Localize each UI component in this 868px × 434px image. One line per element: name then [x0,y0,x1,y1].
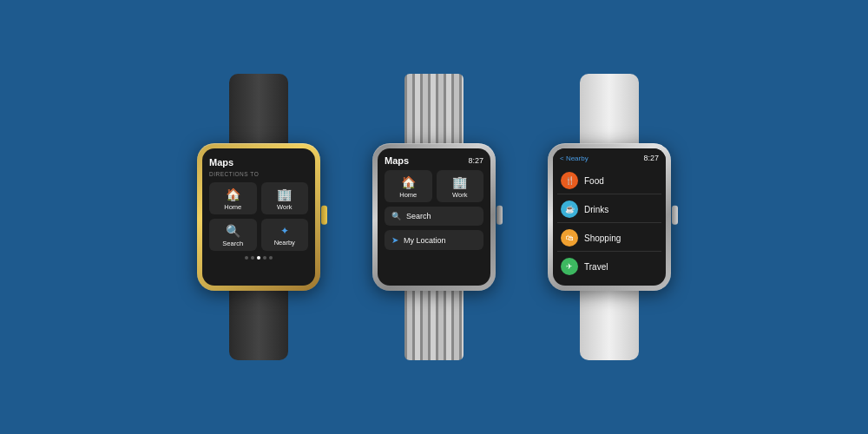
food-label: Food [584,176,604,186]
watch-screen-1: Maps DIRECTIONS TO 🏠 Home 🏢 Work 🔍 Searc… [202,148,315,286]
home-label: Home [224,203,241,211]
screen2-header: Maps 8:27 [385,155,483,166]
drinks-icon: ☕ [565,205,575,214]
drinks-label: Drinks [584,205,608,214]
nearby-travel[interactable]: ✈ Travel [557,253,661,279]
crown-2 [496,206,503,225]
home-icon: 🏠 [226,187,240,201]
watch-screen-2: Maps 8:27 🏠 Home 🏢 Work 🔍 Search [378,148,490,286]
grid-item-work[interactable]: 🏢 Work [261,182,309,214]
work-label: Work [277,203,292,211]
band-top-2 [404,74,464,143]
band-top-3 [580,74,639,143]
mini-home[interactable]: 🏠 Home [385,170,432,202]
location-row-label: My Location [404,236,446,245]
search-icon-2: 🔍 [391,212,401,220]
band-bottom-3 [580,291,639,360]
crown-1 [321,206,327,225]
location-icon: ➤ [391,235,398,245]
shopping-icon: 🛍 [566,233,574,242]
dot-1 [245,256,248,260]
app-grid-1: 🏠 Home 🏢 Work 🔍 Search ✦ Nearby [209,182,308,251]
nearby-label: Nearby [274,239,295,247]
watch-1: Maps DIRECTIONS TO 🏠 Home 🏢 Work 🔍 Searc… [197,74,320,360]
search-row-label: Search [406,212,431,220]
dot-4 [263,256,266,260]
work-icon: 🏢 [277,187,292,201]
travel-icon: ✈ [566,262,573,271]
watch-body-3: < Nearby 8:27 🍴 Food ☕ Drinks [548,143,671,291]
screen-content-1: Maps DIRECTIONS TO 🏠 Home 🏢 Work 🔍 Searc… [202,148,315,265]
directions-subtitle: DIRECTIONS TO [209,171,308,177]
mini-work[interactable]: 🏢 Work [437,170,484,202]
screen-content-3: < Nearby 8:27 🍴 Food ☕ Drinks [553,148,666,281]
watch-body-2: Maps 8:27 🏠 Home 🏢 Work 🔍 Search [372,143,496,291]
nearby-shopping[interactable]: 🛍 Shopping [557,225,661,252]
grid-item-home[interactable]: 🏠 Home [209,182,257,214]
maps-title-2: Maps [385,155,409,166]
home-label-2: Home [399,191,417,199]
watch-screen-3: < Nearby 8:27 🍴 Food ☕ Drinks [553,148,666,286]
work-label-2: Work [452,191,467,199]
grid-item-search[interactable]: 🔍 Search [209,219,257,251]
nearby-icon: ✦ [280,225,289,237]
travel-icon-circle: ✈ [561,258,578,275]
search-label: Search [222,240,243,247]
shopping-icon-circle: 🛍 [561,229,578,247]
food-icon: 🍴 [565,176,575,185]
home-icon-2: 🏠 [401,175,416,189]
maps-title-1: Maps [209,157,308,168]
time-3: 8:27 [643,154,659,162]
search-icon-1: 🔍 [226,224,240,238]
dot-3 [257,256,260,260]
drinks-icon-circle: ☕ [561,201,578,218]
watch-2: Maps 8:27 🏠 Home 🏢 Work 🔍 Search [372,74,496,360]
search-row[interactable]: 🔍 Search [385,207,483,226]
food-icon-circle: 🍴 [561,172,578,189]
watch-3: < Nearby 8:27 🍴 Food ☕ Drinks [548,74,671,360]
crown-3 [672,206,678,225]
work-icon-2: 🏢 [452,175,467,189]
mini-grid-2: 🏠 Home 🏢 Work [385,170,483,202]
nearby-food[interactable]: 🍴 Food [557,168,661,194]
dot-5 [269,256,273,260]
travel-label: Travel [584,262,608,272]
screen-content-2: Maps 8:27 🏠 Home 🏢 Work 🔍 Search [378,148,490,255]
grid-item-nearby[interactable]: ✦ Nearby [261,219,309,251]
dot-2 [251,256,254,260]
shopping-label: Shopping [584,233,621,243]
nearby-list: 🍴 Food ☕ Drinks 🛍 Shoppin [553,166,666,281]
watch-body-1: Maps DIRECTIONS TO 🏠 Home 🏢 Work 🔍 Searc… [197,143,320,291]
back-button[interactable]: < Nearby [560,155,589,162]
time-2: 8:27 [468,156,483,165]
page-dots [209,256,308,260]
nearby-drinks[interactable]: ☕ Drinks [557,196,661,223]
screen3-header: < Nearby 8:27 [553,148,666,166]
band-bottom-1 [229,291,288,360]
band-top-1 [229,74,288,143]
band-bottom-2 [404,291,464,360]
location-row[interactable]: ➤ My Location [385,230,483,250]
